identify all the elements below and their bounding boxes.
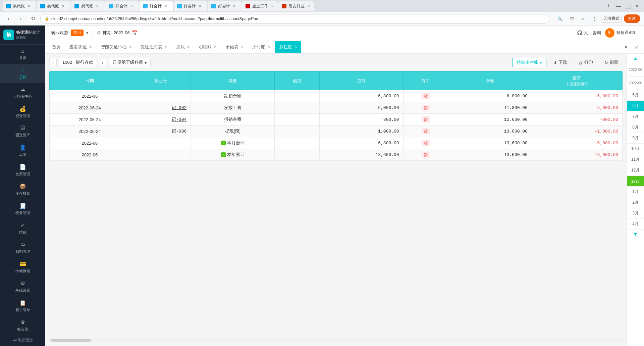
close-button[interactable]: ✕: [633, 2, 641, 10]
page-tab-voucher-summary[interactable]: 凭证汇总表✕: [137, 41, 171, 53]
subcategory-button[interactable]: 只显示下级科目 ▾: [109, 58, 151, 67]
page-tab-balance-table[interactable]: 余额表✕: [221, 41, 248, 53]
debit-cell: [275, 102, 320, 114]
close-tab-voucher-summary-icon[interactable]: ✕: [164, 45, 167, 49]
user-avatar[interactable]: 用: [605, 28, 614, 38]
expand-tab-panel-button[interactable]: ⤢: [632, 42, 641, 52]
month-item-5月[interactable]: 5月: [627, 90, 644, 101]
scroll-down-button[interactable]: ▼: [627, 230, 644, 239]
minimize-button[interactable]: —: [614, 2, 623, 10]
new-tab-button[interactable]: +: [604, 1, 613, 11]
browser-tab-3[interactable]: 易代账✕: [71, 1, 105, 11]
voucher-link[interactable]: 记-004: [130, 114, 191, 126]
close-tab-general-ledger-icon[interactable]: ✕: [187, 45, 190, 49]
demo-tag[interactable]: 禁用: [71, 30, 84, 36]
settings-icon[interactable]: ⚙: [97, 30, 101, 35]
month-item-11月[interactable]: 11月: [627, 154, 644, 165]
collapse-tab-panel-button[interactable]: ✕: [621, 42, 631, 52]
page-tab-smart-voucher[interactable]: 智能凭证中心✕: [97, 41, 136, 53]
special-col-button[interactable]: 特殊多栏账 ▾: [512, 58, 546, 67]
demo-dropdown-icon[interactable]: ▾: [86, 30, 89, 35]
close-tab-multi-col-icon[interactable]: ✕: [294, 45, 297, 49]
sidebar-footer-button[interactable]: ◂◂ 取消固定: [0, 334, 45, 346]
sidebar-item-expense[interactable]: 💳小畅报销: [0, 257, 45, 277]
close-tab-detail-ledger-icon[interactable]: ✕: [214, 45, 217, 49]
sidebar-item-ledger[interactable]: ≡总账: [0, 64, 45, 83]
back-button[interactable]: ‹: [4, 14, 13, 23]
browser-tab-9[interactable]: 用友好业✕: [278, 1, 314, 11]
month-item-7月[interactable]: 7月: [627, 111, 644, 122]
sidebar-item-invoice[interactable]: 📄发票管理: [0, 160, 45, 180]
month-item-4月[interactable]: 4月: [627, 219, 644, 230]
sidebar-item-archive[interactable]: 🗂归档管理: [0, 238, 45, 257]
sidebar-item-home[interactable]: ⌂首页: [0, 45, 45, 64]
download-button[interactable]: ⬇ 下载: [549, 58, 572, 67]
close-tab-smart-voucher-icon[interactable]: ✕: [129, 45, 132, 49]
date-cell: 2022-06: [50, 90, 130, 102]
special-col-cell: -6,800.00: [532, 90, 622, 102]
incognito-label[interactable]: 无痕模式: [601, 15, 622, 22]
month-item-8月[interactable]: 8月: [627, 122, 644, 133]
sidebar-item-payroll[interactable]: 👤工资: [0, 141, 45, 160]
page-tab-multi-col[interactable]: 多栏账✕: [275, 41, 301, 53]
page-tab-label-smart-voucher: 智能凭证中心: [101, 44, 127, 50]
voucher-link[interactable]: 记-006: [130, 126, 191, 137]
shield-icon[interactable]: 🛡: [567, 15, 577, 22]
browser-tab-4[interactable]: 好会计✕: [105, 1, 139, 11]
month-item-1月[interactable]: 1月: [627, 187, 644, 197]
scroll-thumb[interactable]: [51, 339, 91, 342]
browser-tab-5[interactable]: 好会计✕: [140, 1, 173, 11]
calendar-icon[interactable]: 📅: [132, 30, 138, 36]
sidebar-item-guide[interactable]: 📋新手引导: [0, 296, 45, 316]
sidebar-item-inventory[interactable]: 📦库存核算: [0, 180, 45, 199]
sidebar-item-fund[interactable]: 💰资金管理: [0, 102, 45, 122]
close-tab-sequence-ledger-icon[interactable]: ✕: [267, 45, 270, 49]
search-icon[interactable]: 🔍: [555, 15, 565, 22]
sidebar-item-close[interactable]: ✓结账: [0, 219, 45, 238]
month-item-2月[interactable]: 2月: [627, 197, 644, 208]
next-account-button[interactable]: ›: [99, 59, 106, 66]
browser-tab-7[interactable]: 好会计✕: [208, 1, 241, 11]
page-tab-voucher-view[interactable]: 查看凭证✕: [65, 41, 96, 53]
ledger-panel: ‹ 1002 银行存款 › 只显示下级科目 ▾: [45, 54, 627, 346]
forward-button[interactable]: ›: [16, 14, 25, 23]
browser-tab-2[interactable]: 易代账✕: [37, 1, 70, 11]
page-tab-sequence-ledger[interactable]: 序时账✕: [248, 41, 274, 53]
month-item-12月[interactable]: 12月: [627, 165, 644, 176]
period-label: 账期: [103, 30, 112, 36]
browser-tab-1[interactable]: 易代账✕: [3, 1, 36, 11]
sidebar-item-member[interactable]: ♛畅会员: [0, 316, 45, 334]
month-item-10月[interactable]: 10月: [627, 144, 644, 154]
consult-button[interactable]: 🎧 人工咨询: [577, 30, 601, 36]
month-item-2023[interactable]: 2023: [627, 176, 644, 187]
logo-icon: 畅: [3, 30, 14, 40]
scroll-up-button[interactable]: ▲: [627, 54, 644, 63]
voucher-link[interactable]: 记-002: [130, 102, 191, 114]
page-tab-general-ledger[interactable]: 总账✕: [172, 41, 194, 53]
sidebar-item-cloud-report[interactable]: ☁云报表中心: [0, 83, 45, 102]
month-item-3月[interactable]: 3月: [627, 208, 644, 219]
refresh-button[interactable]: ↻ 刷新: [600, 58, 623, 67]
month-item-6月[interactable]: 6月: [627, 101, 644, 111]
page-tab-home[interactable]: 首页: [48, 41, 65, 53]
close-tab-voucher-view-icon[interactable]: ✕: [89, 45, 92, 49]
browser-settings-icon[interactable]: ⋮: [590, 15, 599, 22]
star-icon[interactable]: ☆: [579, 15, 588, 22]
url-bar[interactable]: 🔒 cloud2.chanjet.com/accounting/uh26t264…: [40, 14, 549, 23]
sidebar-item-tax[interactable]: 🧾税务管理: [0, 199, 45, 219]
print-button[interactable]: 🖨 打印: [574, 58, 597, 67]
horizontal-scrollbar[interactable]: [49, 338, 623, 342]
update-button[interactable]: 更新: [624, 14, 640, 23]
browser-tab-8[interactable]: 企业工作✕: [242, 1, 278, 11]
prev-account-button[interactable]: ‹: [49, 59, 57, 66]
sidebar-item-fixed-asset[interactable]: 🏛固定资产: [0, 122, 45, 141]
browser-tab-6[interactable]: 好会计✕: [174, 1, 207, 11]
reload-button[interactable]: ↻: [28, 14, 38, 23]
close-tab-balance-table-icon[interactable]: ✕: [240, 45, 244, 49]
refresh-label: 刷新: [609, 59, 618, 65]
account-selector[interactable]: 1002 银行存款: [59, 58, 97, 67]
maximize-button[interactable]: ⬜: [624, 2, 632, 10]
page-tab-detail-ledger[interactable]: 明细账✕: [195, 41, 221, 53]
sidebar-item-settings[interactable]: ⚙基础设置: [0, 277, 45, 296]
month-item-9月[interactable]: 9月: [627, 133, 644, 144]
